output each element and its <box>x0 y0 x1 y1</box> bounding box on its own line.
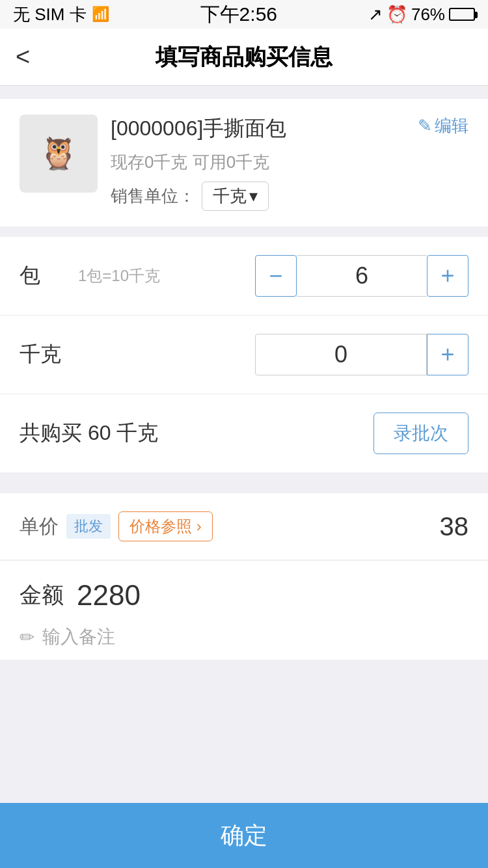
product-thumbnail: 🦉 <box>20 115 98 193</box>
edit-label: 编辑 <box>435 115 468 137</box>
quantity-section: 包 1包=10千克 − + 千克 + 共购买 60 千克 录批次 <box>0 237 488 472</box>
back-button[interactable]: < <box>16 43 30 71</box>
amount-row: 金额 2280 <box>20 579 468 612</box>
bag-quantity-input[interactable] <box>297 255 427 297</box>
page-title: 填写商品购买信息 <box>156 42 332 72</box>
batch-button[interactable]: 录批次 <box>373 413 468 454</box>
total-row: 共购买 60 千克 录批次 <box>0 394 488 472</box>
price-section: 单价 批发 价格参照 › 38 <box>0 493 488 560</box>
pencil-icon: ✏ <box>20 627 34 648</box>
bag-minus-button[interactable]: − <box>255 255 297 297</box>
product-info: [0000006]手撕面包 现存0千克 可用0千克 销售单位： 千克 ▾ <box>111 115 468 211</box>
battery-percent: 76% <box>411 5 445 25</box>
product-stock: 现存0千克 可用0千克 <box>111 151 468 174</box>
price-label-text: 单价 <box>20 513 59 540</box>
kg-quantity-control: + <box>255 334 468 375</box>
remark-row[interactable]: ✏ 输入备注 <box>20 625 468 649</box>
bag-label: 包 <box>20 262 72 290</box>
amount-section: 金额 2280 ✏ 输入备注 <box>0 561 488 660</box>
divider-1 <box>0 226 488 237</box>
nav-bar: < 填写商品购买信息 <box>0 29 488 86</box>
price-ref-button[interactable]: 价格参照 › <box>118 511 213 541</box>
unit-label: 销售单位： <box>111 185 195 208</box>
unit-value: 千克 <box>213 185 247 208</box>
edit-icon: ✎ <box>418 116 432 136</box>
bag-quantity-row: 包 1包=10千克 − + <box>0 237 488 316</box>
amount-label: 金额 <box>20 580 64 610</box>
price-value: 38 <box>440 512 469 541</box>
bag-hint: 1包=10千克 <box>78 265 255 286</box>
battery-icon <box>449 8 475 21</box>
confirm-button[interactable]: 确定 <box>0 803 488 868</box>
product-unit: 销售单位： 千克 ▾ <box>111 182 468 211</box>
price-row: 单价 批发 价格参照 › 38 <box>20 511 468 541</box>
kg-quantity-input[interactable] <box>255 334 427 375</box>
carrier-label: 无 SIM 卡 <box>13 3 87 26</box>
chevron-down-icon: ▾ <box>249 186 258 206</box>
product-card: 🦉 [0000006]手撕面包 现存0千克 可用0千克 销售单位： 千克 ▾ ✎… <box>0 99 488 226</box>
status-left: 无 SIM 卡 📶 <box>13 3 109 26</box>
product-name: [0000006]手撕面包 <box>111 115 468 143</box>
divider-2 <box>0 472 488 483</box>
kg-plus-button[interactable]: + <box>427 334 468 375</box>
wifi-icon: 📶 <box>92 6 109 23</box>
unit-dropdown[interactable]: 千克 ▾ <box>202 182 269 211</box>
kg-quantity-row: 千克 + <box>0 316 488 394</box>
remark-placeholder: 输入备注 <box>42 625 115 649</box>
status-right: ↗ ⏰ 76% <box>368 5 475 25</box>
bag-plus-button[interactable]: + <box>427 255 468 297</box>
kg-label: 千克 <box>20 340 72 369</box>
location-icon: ↗ <box>368 5 383 25</box>
batch-tag: 批发 <box>66 514 111 539</box>
total-text: 共购买 60 千克 <box>20 419 158 448</box>
product-thumb-icon: 🦉 <box>39 135 78 172</box>
edit-button[interactable]: ✎ 编辑 <box>418 115 468 137</box>
status-bar: 无 SIM 卡 📶 下午2:56 ↗ ⏰ 76% <box>0 0 488 29</box>
alarm-icon: ⏰ <box>386 5 407 25</box>
time-label: 下午2:56 <box>200 1 277 28</box>
price-label: 单价 批发 价格参照 › <box>20 511 213 541</box>
bag-quantity-control: − + <box>255 255 468 297</box>
amount-value: 2280 <box>77 579 141 612</box>
